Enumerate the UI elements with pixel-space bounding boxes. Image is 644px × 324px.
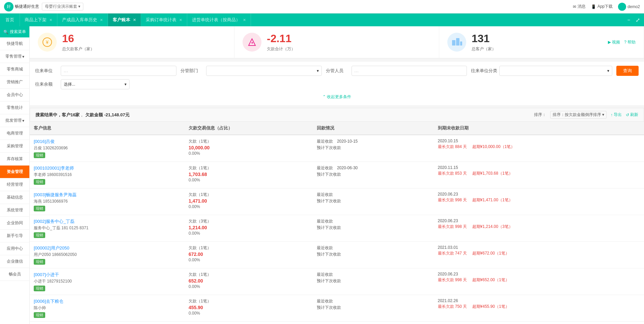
sidebar-item-purchase[interactable]: 采购管理: [0, 140, 29, 153]
sidebar-item-retail-stats[interactable]: 零售统计: [0, 101, 29, 114]
filter-source-unit: 往来单位 ...: [35, 66, 176, 76]
message-button[interactable]: ✉ 消息: [573, 4, 586, 9]
customer-contact-6: 陈小帅: [34, 305, 180, 311]
close-tab-customer-account[interactable]: ✕: [133, 18, 136, 22]
customer-name-5[interactable]: [0007]小进干: [34, 272, 180, 278]
sidebar-item-quick-nav[interactable]: 快捷导航: [0, 37, 29, 50]
cell-overdue-1: 2020.11.15 最长欠款 853 天 超期¥1,703.68（1笔）: [434, 162, 644, 188]
sidebar-item-vip[interactable]: 畅会员: [0, 268, 29, 281]
unit-category-label: 往来单位分类: [471, 68, 497, 74]
card1-label: 总欠款客户（家）: [62, 46, 94, 52]
sidebar-item-basic-info[interactable]: 基础信息: [0, 191, 29, 204]
status-badge-5: 现销: [34, 286, 45, 291]
result-info: 搜索结果中，客户16家， 欠款金额 -21,148.07元: [35, 112, 130, 118]
cell-recovery-3: 最近收款 预计下次收款: [313, 215, 434, 242]
sidebar-item-retail-mall[interactable]: 零售商城: [0, 63, 29, 76]
cell-overdue-6: 2021.02.26 最长欠款 750 天 超期¥455.90（1笔）: [434, 295, 644, 322]
search-button[interactable]: 查询: [616, 66, 639, 76]
overdue-link-5[interactable]: 超期¥652.00（1笔）: [472, 277, 509, 282]
video-button[interactable]: ▶ 视频: [608, 39, 620, 45]
dept-select[interactable]: ▾: [206, 66, 322, 76]
tab-customer-account[interactable]: 客户账本 ✕: [108, 13, 141, 26]
cell-customer-0: [0016]吕俊 吕俊 13026203696 现销: [30, 135, 185, 162]
sidebar-search[interactable]: 🔍 搜索菜单: [0, 26, 29, 37]
overdue-date-2: 2020.06.23: [438, 192, 640, 197]
unit-category-select[interactable]: ▾: [499, 66, 612, 76]
recovery-date-4: 最近收款: [317, 245, 430, 251]
card3-info: 131 总客户（家）: [472, 32, 496, 52]
overdue-link-1[interactable]: 超期¥1,703.68（1笔）: [472, 171, 513, 176]
balance-label: 往来余额: [35, 81, 59, 87]
sidebar-item-operations[interactable]: 经营管理: [0, 178, 29, 191]
sidebar-item-batch-mgmt[interactable]: 批发管理 ▾: [0, 114, 29, 127]
recovery-date-1: 最近收款 2020-06-30: [317, 165, 430, 171]
overdue-days-5: 最长欠款 998 天 超期¥652.00（1笔）: [438, 277, 640, 283]
cell-overdue-0: 2020.10.15 最长欠款 884 天 超期¥10,000.00（1笔）: [434, 135, 644, 162]
customer-contact-0: 吕俊 13026203696: [34, 145, 180, 151]
minimize-icon[interactable]: －: [625, 16, 633, 24]
person-input[interactable]: ...: [352, 66, 467, 76]
maximize-icon[interactable]: ⤢: [634, 16, 641, 24]
cell-customer-5: [0007]小进干 小进干 18279152100 现销: [30, 268, 185, 295]
customer-contact-5: 小进干 18279152100: [34, 278, 180, 284]
close-tab-product-shelf[interactable]: ✕: [49, 18, 52, 22]
help-button[interactable]: ? 帮助: [624, 39, 636, 45]
overdue-date-0: 2020.10.15: [438, 139, 640, 143]
customer-name-6[interactable]: [0006]去下粮仓: [34, 298, 180, 304]
close-tab-import-summary[interactable]: ✕: [243, 18, 246, 22]
customer-contact-3: 服务中心_丁磊 181 0125 8371: [34, 225, 180, 231]
tab-purchase-summary[interactable]: 采购订单统计表 ✕: [141, 13, 187, 26]
card3-label: 总客户（家）: [472, 46, 496, 52]
sidebar-item-member[interactable]: 会员中心: [0, 89, 29, 101]
overdue-link-3[interactable]: 超期¥1,214.00（3笔）: [472, 224, 513, 229]
cell-customer-1: [0001020001]李老师 李老师 18600391516 现销: [30, 162, 185, 188]
system-name-selector[interactable]: 母婴行业演示账套 ▾: [42, 3, 83, 10]
customer-name-3[interactable]: [0002]服务中心_丁磊: [34, 218, 180, 225]
col-debt-info: 欠款交易信息（占比）: [185, 122, 313, 135]
debt-count-0: 欠款（1笔）: [189, 139, 309, 144]
sidebar-item-system[interactable]: 系统管理: [0, 204, 29, 217]
card-actions: ▶ 视频 ? 帮助: [608, 39, 636, 45]
sidebar-item-ecommerce[interactable]: 电商管理: [0, 127, 29, 140]
sort-select[interactable]: 排序：按欠款金额倒序排序 ▾: [550, 111, 607, 119]
source-unit-input[interactable]: ...: [61, 66, 176, 76]
sidebar-item-inventory[interactable]: 库存核算: [0, 153, 29, 166]
table-row: [0006]去下粮仓 陈小帅 现销 欠款（1笔） 455.90 0.00% 最近…: [30, 295, 644, 322]
user-avatar-button[interactable]: demo2: [618, 3, 640, 11]
sidebar-item-app-center[interactable]: 应用中心: [0, 242, 29, 255]
export-button[interactable]: ↑ 导出: [611, 112, 622, 118]
sidebar-item-wechat[interactable]: 企业微信: [0, 255, 29, 268]
customer-name-2[interactable]: [0003]畅捷服务尹海蕊: [34, 192, 180, 198]
sidebar-item-guide[interactable]: 新手引导: [0, 230, 29, 242]
person-label: 分管人员: [326, 68, 349, 74]
close-tab-purchase-summary[interactable]: ✕: [179, 18, 182, 22]
chevron-down-icon: ▾: [22, 54, 24, 59]
result-actions: 排序： 排序：按欠款金额倒序排序 ▾ ↑ 导出 ↺ 刷新: [534, 111, 638, 119]
sidebar-item-marketing[interactable]: 营销推广: [0, 76, 29, 89]
debt-percent-0: 0.00%: [189, 151, 309, 156]
close-tab-product-history[interactable]: ✕: [100, 18, 103, 22]
refresh-button[interactable]: ↺ 刷新: [626, 112, 638, 118]
tab-product-shelf[interactable]: 商品上下架 ✕: [20, 13, 57, 26]
sidebar-item-retail-mgmt[interactable]: 零售管理 ▾: [0, 50, 29, 63]
debt-amount-6: 455.90: [189, 305, 309, 310]
sidebar-item-enterprise[interactable]: 企业协同: [0, 217, 29, 230]
svg-rect-3: [452, 40, 455, 46]
overdue-link-2[interactable]: 超期¥1,471.00（1笔）: [472, 198, 513, 202]
tab-home[interactable]: 首页: [0, 13, 20, 26]
customer-name-0[interactable]: [0016]吕俊: [34, 139, 180, 145]
overdue-link-0[interactable]: 超期¥10,000.00（1笔）: [472, 144, 515, 149]
app-download-button[interactable]: 📱 App下载: [591, 4, 613, 9]
tab-import-summary[interactable]: 进货单统计表（按商品） ✕: [187, 13, 251, 26]
debt-amount-5: 652.00: [189, 278, 309, 284]
balance-select[interactable]: 选择... ▾: [61, 79, 130, 89]
overdue-link-4[interactable]: 超期¥672.00（1笔）: [472, 251, 509, 256]
status-badge-3: 现销: [34, 232, 45, 238]
customer-name-1[interactable]: [0001020001]李老师: [34, 165, 180, 171]
customer-name-4[interactable]: [000002]用户2050: [34, 245, 180, 251]
sidebar-item-finance[interactable]: 资金管理: [0, 166, 29, 178]
overdue-link-6[interactable]: 超期¥455.90（1笔）: [472, 304, 509, 309]
collapse-filters-button[interactable]: ⌃ 收起更多条件: [35, 93, 639, 101]
tab-product-history[interactable]: 产成品入库单历史 ✕: [57, 13, 108, 26]
refresh-icon: ↺: [626, 113, 629, 117]
